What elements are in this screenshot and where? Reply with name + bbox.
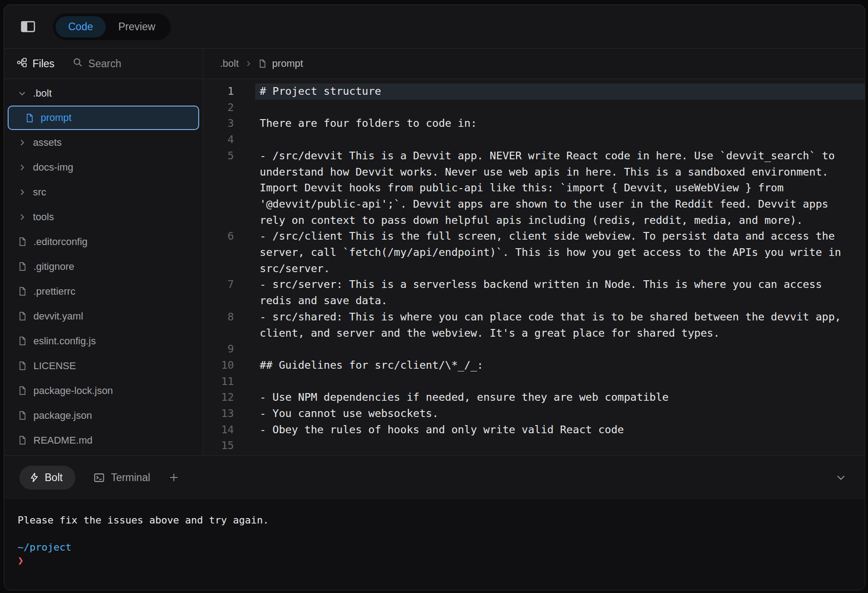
- bottom-panel: Bolt Terminal: [4, 455, 865, 590]
- tab-files-label: Files: [33, 58, 55, 70]
- editor-line[interactable]: 2: [203, 100, 865, 116]
- chevron-right-icon: [18, 138, 27, 147]
- line-number: 13: [203, 406, 234, 422]
- line-number: 14: [203, 422, 234, 438]
- tab-code[interactable]: Code: [56, 16, 106, 37]
- line-text: - src/shared: This is where you can plac…: [255, 309, 865, 341]
- line-text: - Use NPM dependencies if needed, ensure…: [255, 389, 865, 406]
- terminal-output[interactable]: Please fix the issues above and try agai…: [4, 499, 865, 590]
- tree-file-row[interactable]: package-lock.json: [4, 378, 203, 403]
- line-number: 8: [203, 309, 234, 325]
- tree-item-label: .bolt: [33, 88, 52, 99]
- editor-line[interactable]: 7- src/server: This is a serverless back…: [203, 277, 865, 309]
- file-icon: [18, 287, 27, 296]
- editor-line[interactable]: 1# Project structure: [203, 83, 865, 100]
- file-icon: [18, 311, 27, 321]
- line-text: - Obey the rules of hooks and only write…: [255, 422, 865, 438]
- line-text: - src/server: This is a serverless backe…: [255, 277, 865, 309]
- search-icon: [73, 57, 83, 70]
- editor-line[interactable]: 6- /src/client This is the full screen, …: [203, 228, 865, 277]
- editor-column: .bolt prompt 1# Project structur: [203, 49, 865, 455]
- file-icon: [18, 361, 27, 371]
- breadcrumb: .bolt prompt: [203, 49, 865, 79]
- editor-line[interactable]: 4: [203, 132, 865, 148]
- tree-folder-row[interactable]: docs-img: [4, 155, 203, 180]
- editor-line[interactable]: 9: [203, 341, 865, 357]
- tree-item-label: eslint.config.js: [33, 335, 96, 347]
- editor-line[interactable]: 15: [203, 438, 865, 454]
- tab-search[interactable]: Search: [73, 57, 121, 70]
- file-icon: [18, 386, 27, 395]
- editor-line[interactable]: 13- You cannot use websockets.: [203, 406, 865, 422]
- tree-file-row[interactable]: prompt: [8, 106, 199, 130]
- tree-folder-row[interactable]: src: [4, 180, 203, 204]
- editor-line[interactable]: 8- src/shared: This is where you can pla…: [203, 309, 865, 341]
- app-window: Code Preview: [0, 0, 868, 593]
- plus-icon[interactable]: [168, 472, 179, 483]
- tab-files[interactable]: Files: [17, 57, 55, 70]
- terminal-icon: [93, 472, 105, 483]
- line-number: 9: [203, 341, 234, 357]
- line-number: 12: [203, 389, 234, 406]
- tree-item-label: devvit.yaml: [33, 310, 83, 322]
- chevron-down-icon: [18, 89, 27, 98]
- main-area: Files Search .boltpromptassetsdocs-imgsr…: [4, 49, 865, 455]
- tree-file-row[interactable]: .gitignore: [4, 254, 203, 279]
- view-mode-toggle: Code Preview: [53, 14, 171, 40]
- tree-folder-row[interactable]: tools: [4, 204, 203, 229]
- editor-line[interactable]: 5- /src/devvit This is a Devvit app. NEV…: [203, 148, 865, 229]
- tree-item-label: package.json: [33, 410, 92, 422]
- tab-preview[interactable]: Preview: [106, 16, 168, 37]
- line-text: # Project structure: [255, 83, 865, 100]
- breadcrumb-folder[interactable]: .bolt: [220, 58, 239, 69]
- tab-search-label: Search: [89, 58, 121, 70]
- tree-item-label: .prettierrc: [33, 286, 75, 297]
- tree-file-row[interactable]: LICENSE: [4, 353, 203, 378]
- editor-line[interactable]: 10## Guidelines for src/client/\*_/_:: [203, 357, 865, 374]
- tree-item-label: assets: [33, 137, 62, 148]
- editor-line[interactable]: 11: [203, 374, 865, 390]
- chevron-right-icon: [244, 60, 252, 68]
- tree-folder-row[interactable]: .bolt: [4, 81, 203, 106]
- tree-folder-row[interactable]: assets: [4, 130, 203, 155]
- tree-file-row[interactable]: eslint.config.js: [4, 329, 203, 353]
- line-text: - You cannot use websockets.: [255, 406, 865, 422]
- tree-item-label: docs-img: [33, 162, 73, 173]
- tree-item-label: package-lock.json: [33, 385, 113, 397]
- file-icon: [258, 59, 267, 68]
- tab-terminal-label: Terminal: [111, 472, 150, 484]
- file-icon: [18, 435, 27, 445]
- terminal-prompt: ❯: [18, 554, 856, 567]
- tree-file-row[interactable]: .editorconfig: [4, 229, 203, 254]
- line-number: 15: [203, 438, 234, 454]
- code-editor[interactable]: 1# Project structure23There are four fol…: [203, 79, 865, 455]
- workbench-panel: Code Preview: [4, 5, 865, 590]
- chevron-down-icon[interactable]: [835, 472, 847, 483]
- line-number: 4: [203, 132, 234, 148]
- editor-line[interactable]: 3There are four folders to code in:: [203, 116, 865, 132]
- tab-bolt[interactable]: Bolt: [19, 466, 75, 490]
- sidebar-tabs: Files Search: [4, 49, 203, 79]
- file-icon: [18, 237, 27, 246]
- tree-item-label: README.md: [33, 435, 93, 446]
- tree-file-row[interactable]: package.json: [4, 403, 203, 428]
- editor-line[interactable]: 12- Use NPM dependencies if needed, ensu…: [203, 389, 865, 406]
- chevron-right-icon: [18, 213, 27, 222]
- tree-file-row[interactable]: README.md: [4, 428, 203, 453]
- tree-item-label: tools: [33, 211, 54, 223]
- editor-line[interactable]: 14- Obey the rules of hooks and only wri…: [203, 422, 865, 438]
- chevron-right-icon: [18, 188, 27, 197]
- breadcrumb-file[interactable]: prompt: [272, 58, 303, 69]
- tree-file-row[interactable]: .prettierrc: [4, 279, 203, 304]
- terminal-message: Please fix the issues above and try agai…: [18, 514, 856, 527]
- line-number: 1: [203, 83, 234, 100]
- line-number: 7: [203, 277, 234, 293]
- file-icon: [18, 336, 27, 346]
- bolt-icon: [29, 473, 39, 482]
- panel-left-icon[interactable]: [20, 20, 36, 33]
- line-number: 3: [203, 116, 234, 132]
- tab-terminal[interactable]: Terminal: [93, 472, 150, 484]
- tree-file-row[interactable]: devvit.yaml: [4, 304, 203, 329]
- bottom-tab-bar: Bolt Terminal: [4, 456, 865, 499]
- line-text: - /src/devvit This is a Devvit app. NEVE…: [255, 148, 865, 229]
